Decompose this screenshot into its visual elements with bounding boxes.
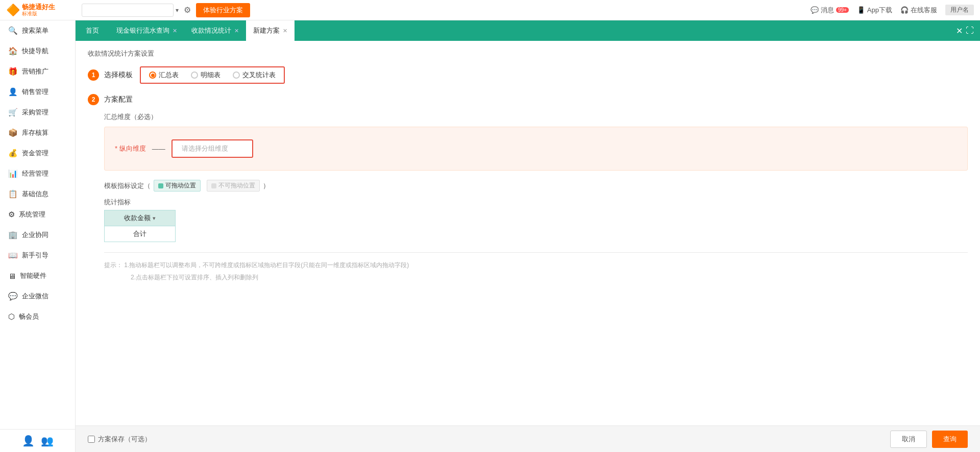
metric-settings-label: 模板指标设定（ — [104, 181, 151, 191]
basic-info-icon: 📋 — [8, 189, 18, 199]
dim-select-box[interactable]: 请选择分组维度 — [172, 139, 253, 158]
sidebar-item-smart-hw[interactable]: 🖥 智能硬件 — [0, 266, 75, 286]
username-display: 用户名 — [945, 5, 974, 15]
tab-new-plan[interactable]: 新建方案 ✕ — [246, 20, 295, 41]
logo-text-area: 畅捷通好生 标准版 — [22, 3, 55, 17]
service-label: 在线客服 — [911, 6, 937, 15]
gear-icon[interactable]: ⚙ — [184, 5, 191, 15]
step2-section: 2 方案配置 汇总维度（必选） * 纵向维度 —— 请选择分组维度 — [88, 94, 968, 283]
logo-icon: 🔶 — [6, 4, 20, 17]
logo-area: 🔶 畅捷通好生 标准版 — [6, 3, 82, 17]
tab-close-all-button[interactable]: ✕ — [956, 26, 963, 36]
sidebar-group-icon[interactable]: 👥 — [41, 435, 54, 447]
sidebar-label-system: 系统管理 — [19, 210, 45, 219]
step1-title: 选择模板 — [104, 70, 133, 80]
dimension-area: * 纵向维度 —— 请选择分组维度 — [104, 127, 968, 171]
radio-summary[interactable]: 汇总表 — [149, 70, 179, 80]
finance-icon: 💰 — [8, 149, 18, 158]
stats-row-total: 合计 — [105, 226, 175, 242]
enterprise-icon: 🏢 — [8, 230, 18, 240]
tab-receipt-stats-close[interactable]: ✕ — [234, 28, 239, 34]
sidebar-item-quick-nav[interactable]: 🏠 快捷导航 — [0, 41, 75, 61]
header: 🔶 畅捷通好生 标准版 ▾ ⚙ 体验行业方案 💬 消息 99+ 📱 App下载 … — [0, 0, 980, 20]
radio-group: 汇总表 明细表 交叉统计表 — [140, 66, 285, 84]
service-area[interactable]: 🎧 在线客服 — [900, 6, 937, 15]
sidebar-bottom-area: 👤 👥 — [0, 429, 75, 452]
stats-col-dropdown-icon[interactable]: ▾ — [153, 215, 156, 222]
sidebar-label-basic-info: 基础信息 — [22, 189, 48, 199]
dim-sub-title: 汇总维度（必选） — [104, 112, 968, 122]
tab-new-plan-close[interactable]: ✕ — [283, 28, 287, 34]
sidebar-item-operations[interactable]: 📊 经营管理 — [0, 163, 75, 184]
tab-home[interactable]: 首页 — [76, 20, 109, 41]
step2-header: 2 方案配置 — [88, 94, 968, 105]
sidebar-item-wechat[interactable]: 💬 企业微信 — [0, 286, 75, 306]
tab-bank-flow-label: 现金银行流水查询 — [116, 26, 169, 35]
search-dropdown-icon[interactable]: ▾ — [176, 7, 179, 14]
sidebar-item-basic-info[interactable]: 📋 基础信息 — [0, 184, 75, 204]
inventory-icon: 📦 — [8, 128, 18, 137]
sidebar-label-marketing: 营销推广 — [22, 67, 48, 76]
tips-section: 提示： 1.拖动标题栏可以调整布局，不可跨维度或指标区域拖动栏目字段(只能在同一… — [104, 259, 968, 283]
footer: 方案保存（可选） 取消 查询 — [76, 425, 980, 452]
step1-header: 1 选择模板 汇总表 明细表 — [88, 66, 968, 84]
dim-arrow: —— — [152, 145, 165, 153]
sidebar-item-search-menu[interactable]: 🔍 搜索菜单 — [0, 20, 75, 41]
sidebar-label-wechat: 企业微信 — [22, 292, 48, 301]
purchase-icon: 🛒 — [8, 108, 18, 117]
sidebar-item-guide[interactable]: 📖 新手引导 — [0, 245, 75, 266]
sidebar-item-enterprise[interactable]: 🏢 企业协同 — [0, 225, 75, 245]
query-button[interactable]: 查询 — [932, 431, 968, 448]
main-container: 🔍 搜索菜单 🏠 快捷导航 🎁 营销推广 👤 销售管理 🛒 采购管理 📦 库存核… — [0, 20, 980, 452]
sidebar-item-sales[interactable]: 👤 销售管理 — [0, 82, 75, 102]
operations-icon: 📊 — [8, 169, 18, 178]
radio-detail-label: 明细表 — [201, 70, 220, 80]
system-icon: ⚙ — [8, 210, 15, 219]
sidebar-item-system[interactable]: ⚙ 系统管理 — [0, 204, 75, 225]
step2-number: 2 — [88, 94, 99, 105]
wechat-icon: 💬 — [8, 292, 18, 301]
logo-sub-text: 标准版 — [22, 11, 55, 17]
radio-cross[interactable]: 交叉统计表 — [233, 70, 276, 80]
tip1: 提示： 1.拖动标题栏可以调整布局，不可跨维度或指标区域拖动栏目字段(只能在同一… — [104, 259, 968, 271]
header-search-input[interactable] — [82, 4, 174, 17]
sidebar-item-purchase[interactable]: 🛒 采购管理 — [0, 102, 75, 123]
step1-number: 1 — [88, 69, 99, 81]
tab-bar: 首页 现金银行流水查询 ✕ 收款情况统计 ✕ 新建方案 ✕ ✕ ⛶ — [76, 20, 980, 41]
stats-col-header[interactable]: 收款金额 ▾ — [105, 210, 175, 226]
step2-title: 方案配置 — [104, 95, 133, 104]
radio-detail[interactable]: 明细表 — [191, 70, 220, 80]
message-icon: 💬 — [811, 6, 819, 14]
sidebar-label-operations: 经营管理 — [22, 169, 48, 178]
stats-section-label: 统计指标 — [104, 198, 968, 207]
service-icon: 🎧 — [900, 6, 909, 14]
sidebar-label-guide: 新手引导 — [22, 251, 48, 260]
cancel-button[interactable]: 取消 — [890, 431, 927, 448]
sidebar-label-smart-hw: 智能硬件 — [20, 271, 46, 280]
sidebar-item-finance[interactable]: 💰 资金管理 — [0, 143, 75, 163]
step1-section: 1 选择模板 汇总表 明细表 — [88, 66, 968, 84]
sidebar: 🔍 搜索菜单 🏠 快捷导航 🎁 营销推广 👤 销售管理 🛒 采购管理 📦 库存核… — [0, 20, 76, 452]
tab-receipt-stats-label: 收款情况统计 — [191, 26, 231, 35]
tab-bank-flow-close[interactable]: ✕ — [173, 28, 177, 34]
sidebar-label-sales: 销售管理 — [22, 87, 48, 97]
download-label: App下载 — [867, 6, 892, 15]
smart-hw-icon: 🖥 — [8, 272, 16, 280]
sidebar-item-inventory[interactable]: 📦 库存核算 — [0, 123, 75, 143]
tab-receipt-stats[interactable]: 收款情况统计 ✕ — [184, 20, 246, 41]
save-option-checkbox-area[interactable]: 方案保存（可选） — [88, 435, 151, 444]
sidebar-label-search-menu: 搜索菜单 — [22, 26, 48, 35]
sidebar-label-purchase: 采购管理 — [22, 108, 48, 117]
sales-icon: 👤 — [8, 87, 18, 97]
download-area[interactable]: 📱 App下载 — [857, 6, 892, 15]
save-option-checkbox[interactable] — [88, 436, 95, 443]
tab-expand-button[interactable]: ⛶ — [966, 26, 974, 35]
tab-bank-flow[interactable]: 现金银行流水查询 ✕ — [109, 20, 184, 41]
sidebar-item-member[interactable]: ⬡ 畅会员 — [0, 306, 75, 327]
sidebar-user-icon[interactable]: 👤 — [22, 435, 35, 447]
sidebar-item-marketing[interactable]: 🎁 营销推广 — [0, 61, 75, 82]
member-icon: ⬡ — [8, 312, 15, 321]
vertical-dim-label: * 纵向维度 — [115, 144, 146, 153]
message-area[interactable]: 💬 消息 99+ — [811, 6, 849, 15]
trial-button[interactable]: 体验行业方案 — [196, 3, 250, 17]
